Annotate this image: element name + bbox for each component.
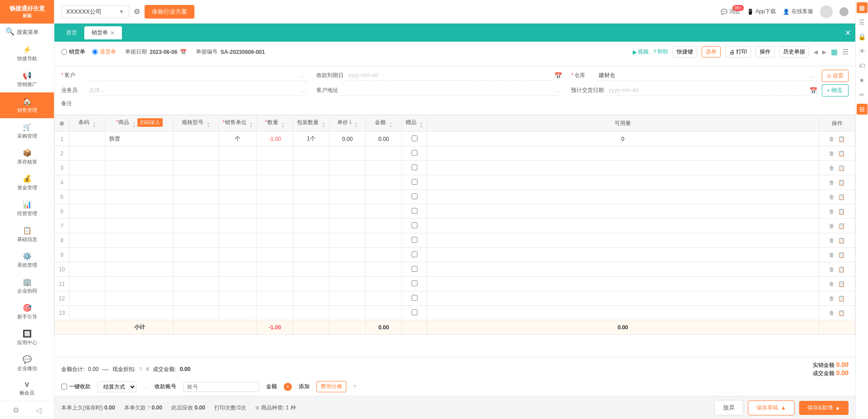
- scan-button[interactable]: 扫码录入: [137, 118, 163, 127]
- settlement-method-select[interactable]: 结算方式: [97, 381, 136, 392]
- sidebar-item-guide[interactable]: 🎯 新手引导: [0, 299, 54, 325]
- delete-icon[interactable]: 🗑: [829, 266, 834, 273]
- gift-sort[interactable]: ▲▼: [419, 121, 423, 129]
- spec-sort[interactable]: ▲▼: [207, 121, 210, 129]
- cell-barcode[interactable]: [69, 161, 106, 175]
- cell-spec[interactable]: [174, 175, 219, 190]
- cell-unit-price[interactable]: [329, 219, 365, 233]
- cell-product[interactable]: 拆货: [106, 132, 174, 146]
- company-selector[interactable]: XXXXXX公司 ▼: [61, 5, 129, 18]
- cell-unit-price[interactable]: [329, 146, 365, 161]
- cell-unit[interactable]: [219, 306, 257, 320]
- cell-spec[interactable]: [174, 291, 219, 306]
- cell-unit-price[interactable]: [329, 175, 365, 190]
- right-tool-eye[interactable]: 👁: [857, 46, 868, 57]
- copy-icon[interactable]: 📋: [838, 223, 845, 229]
- due-date-calendar-icon[interactable]: 📅: [554, 72, 562, 79]
- cell-amount[interactable]: [365, 204, 402, 219]
- delete-icon[interactable]: 🗑: [829, 179, 834, 186]
- cell-unit[interactable]: [219, 146, 257, 161]
- message-button[interactable]: 💬 消息 99+: [721, 8, 740, 15]
- cell-amount[interactable]: [365, 277, 402, 291]
- cell-pack-qty[interactable]: [293, 204, 329, 219]
- cell-barcode[interactable]: [69, 291, 106, 306]
- settings-icon[interactable]: ⚙: [134, 7, 140, 16]
- cell-product[interactable]: [106, 277, 174, 291]
- qty-sort[interactable]: ▲▼: [281, 121, 285, 129]
- delete-icon[interactable]: 🗑: [829, 165, 834, 171]
- cell-unit-price[interactable]: [329, 204, 365, 219]
- warehouse-input[interactable]: 建材仓 ...: [596, 70, 817, 81]
- cell-pack-qty[interactable]: [293, 175, 329, 190]
- online-service-button[interactable]: 👤 在线客服: [783, 8, 813, 15]
- cell-amount[interactable]: [365, 233, 402, 248]
- salesperson-input[interactable]: 选择... ...: [87, 85, 307, 96]
- sidebar-item-operations[interactable]: 📊 经营管理: [0, 196, 54, 222]
- cell-spec[interactable]: [174, 306, 219, 320]
- video-link[interactable]: ▶ 视频: [633, 48, 649, 56]
- cell-quantity[interactable]: -1.00: [257, 132, 293, 146]
- cell-quantity[interactable]: [257, 190, 293, 204]
- cell-unit-price[interactable]: [329, 262, 365, 277]
- copy-icon[interactable]: 📋: [838, 150, 845, 157]
- expense-split-button[interactable]: 费用分摊: [316, 381, 346, 392]
- cell-pack-qty[interactable]: [293, 219, 329, 233]
- avatar[interactable]: [820, 5, 833, 18]
- cell-gift[interactable]: [402, 291, 427, 306]
- copy-icon[interactable]: 📋: [838, 136, 845, 142]
- cell-spec[interactable]: [174, 146, 219, 161]
- amount-sort[interactable]: ▲▼: [389, 121, 393, 129]
- settlement-dots-icon[interactable]: ...: [143, 384, 148, 390]
- cell-unit-price[interactable]: 0.00: [329, 132, 365, 146]
- cell-pack-qty[interactable]: [293, 190, 329, 204]
- cell-pack-qty[interactable]: [293, 146, 329, 161]
- cell-unit[interactable]: [219, 233, 257, 248]
- sidebar-item-wechat[interactable]: 💬 企业微信: [0, 351, 54, 376]
- cell-product[interactable]: [106, 175, 174, 190]
- discard-button[interactable]: 放弃: [714, 400, 743, 415]
- delivery-date-calendar-icon[interactable]: 📅: [810, 87, 817, 94]
- cell-unit[interactable]: [219, 190, 257, 204]
- right-tool-grid[interactable]: ▦: [857, 2, 868, 13]
- right-tool-list[interactable]: ☰: [857, 17, 868, 28]
- cell-unit-price[interactable]: [329, 291, 365, 306]
- save-new-button[interactable]: 保存&新增 ▲: [799, 401, 849, 415]
- cell-unit-price[interactable]: [329, 190, 365, 204]
- cell-spec[interactable]: [174, 233, 219, 248]
- cell-pack-qty[interactable]: [293, 161, 329, 175]
- sidebar-item-finance[interactable]: 💰 资金管理: [0, 170, 54, 196]
- cell-amount[interactable]: [365, 306, 402, 320]
- cell-quantity[interactable]: [257, 204, 293, 219]
- settings-button[interactable]: ⊙ 设置: [822, 70, 849, 82]
- due-date-input[interactable]: yyyy-mm-dd: [346, 71, 552, 81]
- cell-spec[interactable]: [174, 204, 219, 219]
- cell-unit[interactable]: [219, 248, 257, 262]
- unit-sort[interactable]: ▲▼: [249, 121, 253, 129]
- right-tool-star[interactable]: ★: [857, 75, 868, 86]
- delete-icon[interactable]: 🗑: [829, 136, 834, 142]
- tab-close-icon[interactable]: ✕: [110, 30, 115, 36]
- delete-icon[interactable]: 🗑: [829, 237, 834, 244]
- cell-barcode[interactable]: [69, 132, 106, 146]
- unit-price-info-icon[interactable]: ℹ: [349, 120, 351, 125]
- cell-quantity[interactable]: [257, 233, 293, 248]
- total-owed-info-icon[interactable]: ?: [147, 405, 150, 410]
- barcode-sort[interactable]: ▲▼: [92, 121, 96, 129]
- cell-unit[interactable]: [219, 262, 257, 277]
- cell-amount[interactable]: [365, 161, 402, 175]
- cell-barcode[interactable]: [69, 190, 106, 204]
- add-payment-button[interactable]: +: [284, 383, 292, 391]
- one-click-payment-check[interactable]: 一键收款: [61, 383, 91, 390]
- cell-unit[interactable]: [219, 277, 257, 291]
- cell-amount[interactable]: [365, 219, 402, 233]
- cell-quantity[interactable]: [257, 146, 293, 161]
- cell-amount[interactable]: [365, 175, 402, 190]
- cell-quantity[interactable]: [257, 219, 293, 233]
- address-input[interactable]: ...: [342, 85, 563, 96]
- copy-icon[interactable]: 📋: [838, 165, 845, 171]
- copy-icon[interactable]: 📋: [838, 179, 845, 186]
- sidebar-item-basics[interactable]: 📋 基础信息: [0, 222, 54, 247]
- sidebar-settings-icon[interactable]: ⚙: [13, 406, 19, 414]
- cell-quantity[interactable]: [257, 161, 293, 175]
- cell-quantity[interactable]: [257, 291, 293, 306]
